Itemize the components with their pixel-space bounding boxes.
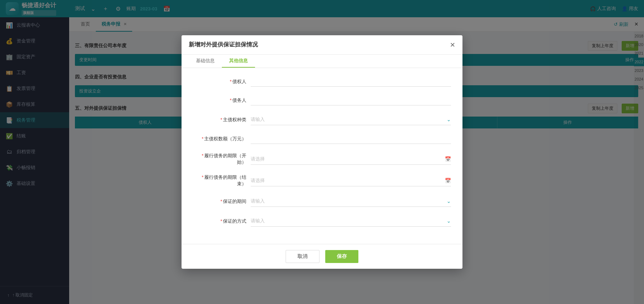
period-end-calendar-icon: 📅 (445, 178, 451, 183)
claim-amount-label: *主债权数额（万元） (193, 136, 251, 142)
cancel-button[interactable]: 取消 (286, 250, 319, 263)
sub-tab-basic[interactable]: 基础信息 (189, 55, 222, 68)
period-end-datepicker[interactable]: 请选择 📅 (251, 175, 451, 186)
debtor-input[interactable] (251, 95, 451, 105)
claim-amount-required-mark: * (202, 136, 204, 141)
period-start-datepicker[interactable]: 请选择 📅 (251, 154, 451, 165)
claim-type-label: *主债权种类 (193, 117, 251, 123)
form-row-period-start: *履行债务的期限（开始） 请选择 📅 (193, 153, 451, 165)
guarantee-method-chevron-icon: ⌄ (447, 218, 451, 224)
creditor-required-mark: * (230, 79, 232, 84)
save-button[interactable]: 保存 (325, 250, 358, 263)
form-row-debtor: *债务人 (193, 95, 451, 105)
creditor-input[interactable] (251, 77, 451, 87)
guarantee-method-label: *保证的方式 (193, 218, 251, 224)
form-row-period-end: *履行债务的期限（结束） 请选择 📅 (193, 174, 451, 187)
form-row-claim-amount: *主债权数额（万元） (193, 134, 451, 144)
period-start-placeholder: 请选择 (251, 156, 265, 162)
form-row-claim-type: *主债权种类 请输入 ⌄ (193, 114, 451, 125)
period-start-calendar-icon: 📅 (445, 156, 451, 162)
form-row-creditor: *债权人 (193, 77, 451, 87)
form-row-guarantee-method: *保证的方式 请输入 ⌄ (193, 215, 451, 227)
claim-type-select[interactable]: 请输入 ⌄ (251, 114, 451, 125)
guarantee-period-select[interactable]: 请输入 ⌄ (251, 196, 451, 207)
guarantee-method-select[interactable]: 请输入 ⌄ (251, 215, 451, 227)
guarantee-period-placeholder: 请输入 (251, 198, 265, 204)
period-end-required-mark: * (202, 174, 204, 180)
sub-tab-other[interactable]: 其他信息 (222, 55, 255, 68)
guarantee-method-required-mark: * (220, 218, 222, 224)
debtor-label: *债务人 (193, 97, 251, 104)
period-end-label: *履行债务的期限（结束） (193, 174, 251, 187)
guarantee-period-label: *保证的期间 (193, 198, 251, 205)
claim-type-required-mark: * (220, 117, 222, 122)
period-start-label: *履行债务的期限（开始） (193, 153, 251, 165)
guarantee-method-placeholder: 请输入 (251, 218, 265, 224)
guarantee-period-required-mark: * (220, 199, 222, 204)
claim-amount-input[interactable] (251, 134, 451, 144)
dialog-sub-tabs: 基础信息 其他信息 (182, 55, 462, 68)
creditor-label: *债权人 (193, 78, 251, 85)
dialog-footer: 取消 保存 (182, 244, 462, 269)
dialog-close-btn[interactable]: ✕ (450, 42, 455, 48)
dialog-body: *债权人 *债务人 *主债权种类 请输入 ⌄ (182, 68, 462, 244)
period-end-placeholder: 请选择 (251, 177, 265, 184)
dialog-overlay: 新增对外提供保证担保情况 ✕ 基础信息 其他信息 *债权人 *债务人 (0, 0, 644, 304)
claim-type-placeholder: 请输入 (251, 116, 265, 123)
guarantee-period-chevron-icon: ⌄ (447, 198, 451, 204)
dialog-header: 新增对外提供保证担保情况 ✕ (182, 35, 462, 55)
form-row-guarantee-period: *保证的期间 请输入 ⌄ (193, 196, 451, 207)
period-start-required-mark: * (202, 153, 204, 158)
dialog-title: 新增对外提供保证担保情况 (189, 41, 258, 49)
debtor-required-mark: * (230, 97, 232, 103)
claim-type-chevron-icon: ⌄ (447, 117, 451, 122)
add-guarantee-dialog: 新增对外提供保证担保情况 ✕ 基础信息 其他信息 *债权人 *债务人 (182, 35, 462, 269)
